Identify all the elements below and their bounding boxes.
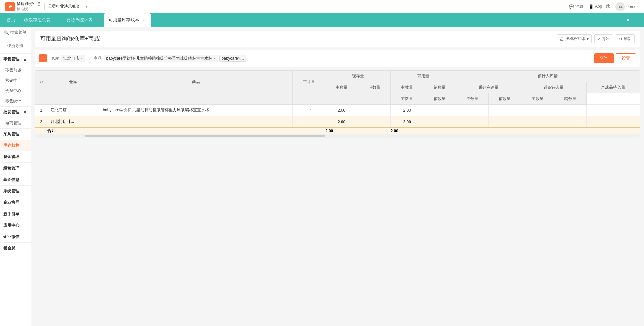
template-print-btn[interactable]: 🖨 按模板打印 ▾ <box>557 34 592 43</box>
template-print-label: 按模板打印 <box>565 36 585 42</box>
refresh-btn[interactable]: ↺ 刷新 <box>616 34 635 43</box>
msg-icon: 💬 <box>569 4 574 9</box>
sidebar-item-retail-mall[interactable]: 零售商城 <box>0 65 31 75</box>
product-tag-2[interactable]: babycare?... <box>219 55 246 62</box>
settings-button[interactable]: 设置 <box>616 53 636 63</box>
sidebar-section-collab: 企业协同 <box>0 197 31 208</box>
collab-label: 企业协同 <box>3 200 19 205</box>
filter-expand-btn[interactable]: » <box>39 54 47 62</box>
warehouse-more-btn[interactable]: ... <box>86 56 90 61</box>
tab-order-stats-close[interactable]: × <box>95 18 99 22</box>
app-download-action[interactable]: 📱 App下载 <box>589 4 610 9</box>
col-purchase-transit-aux: 辅数量 <box>423 93 456 105</box>
col-production-pending-aux: 辅数量 <box>554 93 586 105</box>
table-scroll-thumb[interactable] <box>85 135 325 137</box>
sidebar-section-system-header[interactable]: 系统管理 <box>0 186 31 197</box>
sidebar-section-basic: 基础信息 <box>0 174 31 186</box>
cell-prp-main-2 <box>587 116 613 128</box>
sidebar-section-inventory-header[interactable]: 库存核算 <box>0 140 31 151</box>
logo-icon: 好 <box>5 2 15 11</box>
sidebar-section-purchase: 采购管理 <box>0 129 31 140</box>
sidebar-item-ecommerce[interactable]: 电商管理 <box>0 118 31 128</box>
guide-label: 新手引导 <box>3 211 19 217</box>
sidebar-item-member-center[interactable]: 会员中心 <box>0 86 31 96</box>
industry-selector[interactable]: 母婴行业演示账套 ▾ <box>44 2 91 11</box>
expand-icon: » <box>42 56 44 61</box>
sidebar-section-retail-header[interactable]: 零售管理 ▲ <box>0 54 31 65</box>
sidebar-item-retail-stats[interactable]: 零售统计 <box>0 96 31 106</box>
table-scroll-bar[interactable] <box>35 134 640 138</box>
sidebar-section-collab-header[interactable]: 企业协同 <box>0 197 31 208</box>
product-filter-label: 商品 <box>94 56 102 61</box>
tab-receive-send-close[interactable]: × <box>52 18 57 22</box>
tab-home[interactable]: 首页 <box>3 13 19 27</box>
col-product-header: 商品 <box>99 71 293 93</box>
chevron-down-icon: ▼ <box>23 110 27 115</box>
footer-pp-aux <box>554 128 586 134</box>
sidebar-search-label: 搜索菜单 <box>10 30 26 35</box>
nav-tabs: 首页 收发存汇总表 × 要货单统计表 × 可用量库存账本 × × ⛶ <box>0 13 644 27</box>
sidebar-section-wholesale-header[interactable]: 批发管理 ▼ <box>0 107 31 118</box>
sidebar: 🔍 搜索菜单 快捷导航 零售管理 ▲ 零售商城 营销推广 会员中心 零售统计 批… <box>0 27 31 326</box>
col-current-main-qty: 主数量 <box>325 82 358 93</box>
sidebar-section-appcenter-header[interactable]: 应用中心 <box>0 220 31 231</box>
cell-pp-main-1 <box>521 105 554 116</box>
nav-expand-btn[interactable]: ⛶ <box>633 16 641 24</box>
filter-bar: » 仓库 江北门店 × ... 商品 babycare学饮杯 儿童防摔防撞吸管杯… <box>35 50 640 67</box>
col-unit-header: 主计量 <box>293 71 325 93</box>
footer-empty-2 <box>99 128 293 134</box>
chevron-down-icon: ▾ <box>86 4 88 9</box>
cell-pp-aux-2 <box>554 116 586 128</box>
filter-actions: 查询 设置 <box>594 53 636 63</box>
product-tag-1[interactable]: babycare学饮杯 儿童防摔防撞吸管杯重力球吸嘴杯宝宝水杯 × <box>104 55 218 62</box>
sidebar-section-basic-header[interactable]: 基础信息 <box>0 174 31 185</box>
sidebar-section-member-header[interactable]: 畅会员 <box>0 243 31 254</box>
sidebar-search[interactable]: 🔍 搜索菜单 <box>0 27 31 38</box>
query-button[interactable]: 查询 <box>594 53 614 63</box>
cell-current-aux-2 <box>358 116 390 128</box>
product-filter-tags: babycare学饮杯 儿童防摔防撞吸管杯重力球吸嘴杯宝宝水杯 × babyca… <box>104 55 246 62</box>
col-purchase-pending-aux: 辅数量 <box>489 93 521 105</box>
sidebar-section-wechat-header[interactable]: 企业微信 <box>0 231 31 242</box>
cell-prp-aux-2 <box>613 116 640 128</box>
sidebar-item-quick-nav[interactable]: 快捷导航 <box>0 40 31 51</box>
sidebar-item-marketing[interactable]: 营销推广 <box>0 75 31 86</box>
tab-available-stock-close[interactable]: × <box>141 18 146 22</box>
cell-prp-aux-1 <box>613 105 640 116</box>
nav-close-btn[interactable]: × <box>625 16 631 24</box>
warehouse-filter-label: 仓库 <box>51 56 59 61</box>
top-bar-right: 💬 消息 📱 App下载 Ea demo2 <box>569 2 639 11</box>
warehouse-tag-jiangbei[interactable]: 江北门店 × <box>61 55 85 62</box>
sidebar-section-guide-header[interactable]: 新手引导 <box>0 208 31 220</box>
col-gear[interactable]: ⚙ <box>35 71 47 93</box>
sidebar-section-finance-header[interactable]: 资金管理 <box>0 151 31 162</box>
chevron-up-icon: ▲ <box>23 57 27 62</box>
cell-pt-main-1 <box>456 105 488 116</box>
col-purchase-pending-header: 进货待入量 <box>521 82 587 93</box>
warehouse-filter-tags: 江北门店 × ... <box>61 55 90 62</box>
footer-current-aux <box>358 128 390 134</box>
col-empty-6 <box>358 93 390 105</box>
msg-action[interactable]: 💬 消息 <box>569 4 583 9</box>
quick-nav-label: 快捷导航 <box>7 43 23 49</box>
sidebar-section-retail: 零售管理 ▲ 零售商城 营销推广 会员中心 零售统计 <box>0 54 31 107</box>
top-bar: 好 畅捷通好生意 标准版 母婴行业演示账套 ▾ 💬 消息 📱 App下载 Ea … <box>0 0 644 13</box>
tab-receive-send[interactable]: 收发存汇总表 × <box>19 13 62 27</box>
export-btn[interactable]: ↗ 导出 <box>594 34 613 43</box>
table-footer-row: 合计 2.00 2.00 <box>35 128 640 134</box>
msg-label: 消息 <box>575 4 583 9</box>
tab-order-stats[interactable]: 要货单统计表 × <box>62 13 104 27</box>
col-purchase-pending-main: 主数量 <box>456 93 488 105</box>
sidebar-section-purchase-header[interactable]: 采购管理 <box>0 129 31 140</box>
cell-index-1: 1 <box>35 105 47 116</box>
tab-available-stock[interactable]: 可用量库存账本 × <box>104 13 151 27</box>
warehouse-tag-remove[interactable]: × <box>80 56 83 60</box>
sidebar-section-ops-header[interactable]: 经营管理 <box>0 163 31 174</box>
inventory-label: 库存核算 <box>3 143 19 148</box>
user-action[interactable]: Ea demo2 <box>615 2 639 11</box>
data-table: ⚙ 仓库 商品 主计量 现存量 可用量 预计入库量 主数量 辅数量 主数量 辅数… <box>35 70 640 134</box>
industry-label: 母婴行业演示账套 <box>48 4 80 9</box>
cell-prp-main-1 <box>587 105 613 116</box>
tab-receive-send-label: 收发存汇总表 <box>24 17 50 23</box>
product-tag-1-remove[interactable]: × <box>213 56 215 60</box>
